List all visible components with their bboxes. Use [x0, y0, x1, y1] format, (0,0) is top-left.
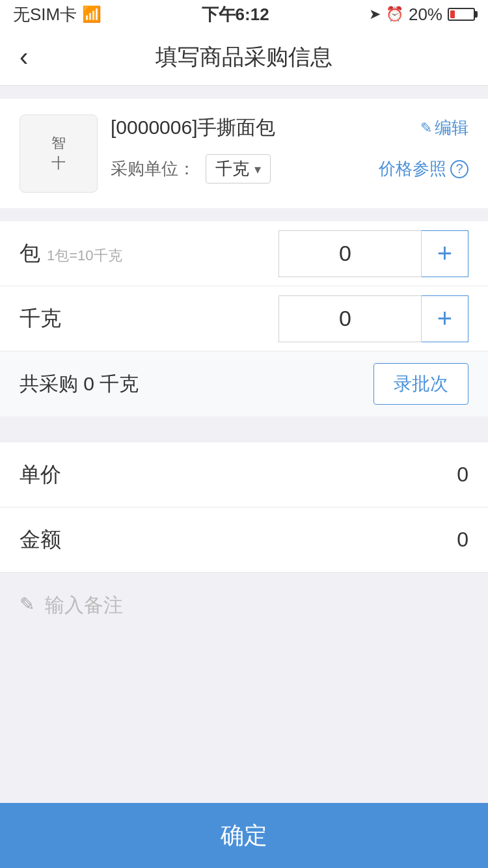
input-row-kg: 千克 +	[0, 286, 488, 351]
battery-icon	[448, 8, 475, 21]
pack-label: 包 1包=10千克	[20, 239, 278, 268]
confirm-button-label: 确定	[221, 820, 267, 852]
input-row-pack: 包 1包=10千克 +	[0, 221, 488, 286]
amount-row: 金额 0	[0, 508, 488, 573]
divider-1	[0, 208, 488, 221]
summary-text: 共采购 0 千克	[20, 371, 139, 398]
notes-placeholder: 输入备注	[45, 592, 123, 619]
batch-button[interactable]: 录批次	[373, 363, 468, 405]
edit-label: 编辑	[435, 116, 468, 139]
pack-quantity-input[interactable]	[278, 230, 422, 277]
content-spacer	[0, 651, 488, 781]
unit-value: 千克	[215, 157, 249, 180]
pack-input-wrapper: +	[278, 230, 468, 277]
nav-bar: ‹ 填写商品采购信息	[0, 29, 488, 86]
unit-row: 采购单位： 千克 ▾ 价格参照 ?	[111, 154, 468, 183]
status-bar-right: ➤ ⏰ 20%	[369, 5, 475, 25]
kg-plus-button[interactable]: +	[422, 295, 468, 342]
status-bar-left: 无SIM卡 📶	[13, 3, 102, 26]
unit-label: 采购单位：	[111, 157, 195, 180]
product-name: [0000006]手撕面包	[111, 115, 275, 141]
alarm-icon: ⏰	[386, 6, 403, 23]
summary-section: 共采购 0 千克 录批次	[0, 351, 488, 416]
edit-icon: ✎	[420, 120, 432, 137]
unit-selector[interactable]: 千克 ▾	[206, 154, 271, 183]
notes-section[interactable]: ✎ 输入备注	[0, 573, 488, 651]
product-section: 智 十 [0000006]手撕面包 ✎ 编辑 采购单位： 千克 ▾ 价格参照 ?	[0, 99, 488, 208]
carrier-text: 无SIM卡	[13, 3, 77, 26]
price-ref-label: 价格参照	[379, 157, 446, 180]
unit-price-label: 单价	[20, 461, 61, 489]
edit-link[interactable]: ✎ 编辑	[420, 116, 468, 139]
location-icon: ➤	[369, 6, 381, 23]
product-image: 智 十	[20, 115, 98, 193]
amount-value: 0	[457, 528, 468, 552]
product-name-row: [0000006]手撕面包 ✎ 编辑	[111, 115, 468, 141]
kg-label: 千克	[20, 305, 278, 333]
notes-icon: ✎	[20, 593, 34, 615]
kg-input-wrapper: +	[278, 295, 468, 342]
status-bar-time: 下午6:12	[202, 3, 269, 26]
price-ref-link[interactable]: 价格参照 ?	[379, 157, 468, 180]
chevron-down-icon: ▾	[254, 161, 261, 177]
kg-quantity-input[interactable]	[278, 295, 422, 342]
input-section: 包 1包=10千克 + 千克 +	[0, 221, 488, 351]
unit-price-value: 0	[457, 463, 468, 487]
battery-text: 20%	[409, 5, 442, 25]
page-title: 填写商品采购信息	[156, 42, 332, 72]
confirm-bar[interactable]: 确定	[0, 803, 488, 868]
amount-label: 金额	[20, 526, 61, 554]
product-logo: 智 十	[51, 133, 66, 174]
status-bar: 无SIM卡 📶 下午6:12 ➤ ⏰ 20%	[0, 0, 488, 29]
wifi-icon: 📶	[82, 5, 102, 23]
info-section: 单价 0 金额 0	[0, 442, 488, 573]
divider-2	[0, 416, 488, 429]
help-icon: ?	[450, 160, 468, 178]
unit-price-row: 单价 0	[0, 442, 488, 508]
product-info: [0000006]手撕面包 ✎ 编辑 采购单位： 千克 ▾ 价格参照 ?	[111, 115, 468, 183]
pack-plus-button[interactable]: +	[422, 230, 468, 277]
pack-sublabel: 1包=10千克	[47, 246, 122, 265]
back-button[interactable]: ‹	[20, 42, 59, 72]
